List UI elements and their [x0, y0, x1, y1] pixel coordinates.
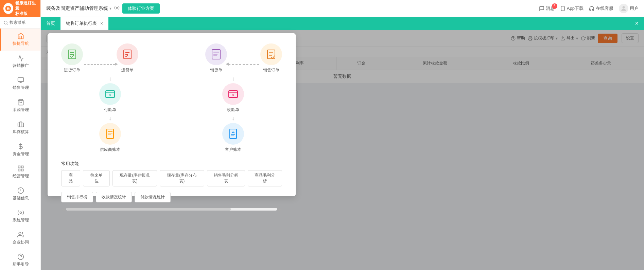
- tab-sales-order-label: 销售订单执行表: [66, 20, 97, 26]
- sidebar: 畅 畅康通好生意 标准版 搜索菜单 快捷导航 营销推广 销售管理 采购管理 库存: [0, 0, 41, 270]
- purchase-order-icon: [66, 48, 78, 60]
- enterprise-icon: [17, 231, 24, 238]
- sales-order-circle: [260, 43, 282, 65]
- func-btn[interactable]: 商品: [61, 170, 80, 186]
- user-area[interactable]: 用户: [619, 4, 639, 13]
- header: 装备及固定资产辅助管理系统 ▾ 体验行业方案 消息 6 App下载 在线客服 用…: [41, 0, 644, 17]
- svg-text:¥: ¥: [232, 94, 234, 97]
- receipt-bill-icon: ¥: [227, 88, 239, 100]
- svg-rect-40: [213, 52, 219, 53]
- purchase-order-circle: [61, 43, 83, 65]
- func-btn[interactable]: 往来单位: [83, 170, 110, 186]
- system-title: 装备及固定资产辅助管理系统: [46, 5, 108, 12]
- flow-node-purchase-bill[interactable]: 进货单: [117, 43, 138, 73]
- flow-node-payment-bill[interactable]: ¥ 付款单: [99, 83, 121, 113]
- message-icon: [539, 6, 544, 11]
- sidebar-item-sales[interactable]: 销售管理: [0, 73, 40, 95]
- flow-node-purchase-order[interactable]: 进货订单: [61, 43, 83, 73]
- svg-point-24: [623, 6, 625, 8]
- func-btn[interactable]: 销售毛利分析表: [207, 170, 245, 186]
- sidebar-item-finance[interactable]: 资金管理: [0, 139, 40, 161]
- operations-icon: [17, 165, 24, 172]
- func-btn[interactable]: 收款情况统计: [96, 192, 132, 202]
- sales-bill-icon: [210, 48, 222, 60]
- modal-overlay[interactable]: 进货订单 ▶: [41, 30, 644, 270]
- flow-row-arrows2: ↓ ↓: [61, 115, 282, 122]
- finance-icon: [17, 143, 24, 150]
- message-badge: 6: [552, 3, 557, 9]
- func-btn[interactable]: 付款情况统计: [135, 192, 171, 202]
- customer-service-btn[interactable]: 在线客服: [589, 5, 613, 12]
- down-arrow-purchase: ↓: [99, 76, 121, 82]
- func-btn[interactable]: 商品毛利分析: [248, 170, 282, 186]
- flow-row-3: 供应商账本 客户账本: [61, 123, 282, 152]
- system-icon: [17, 209, 24, 216]
- flow-node-receipt-bill[interactable]: ¥ 收款单: [222, 83, 244, 113]
- sidebar-search[interactable]: 搜索菜单: [0, 17, 40, 29]
- app-download-label: App下载: [567, 5, 584, 12]
- svg-text:¥: ¥: [109, 94, 111, 97]
- func-btn[interactable]: 现存量(库存分布表): [160, 170, 204, 186]
- sidebar-item-marketing[interactable]: 营销推广: [0, 51, 40, 73]
- flow-modal: 进货订单 ▶: [48, 33, 296, 196]
- system-title-area[interactable]: 装备及固定资产辅助管理系统 ▾: [46, 5, 111, 12]
- message-btn[interactable]: 消息 6: [539, 5, 555, 12]
- svg-point-2: [4, 21, 7, 24]
- purchase-order-label: 进货订单: [64, 67, 80, 73]
- tabbar: 首页 销售订单执行表 × ×: [41, 17, 644, 30]
- scroll-left-btn[interactable]: ◀: [61, 206, 65, 212]
- tabbar-close-all-btn[interactable]: ×: [629, 20, 644, 27]
- sidebar-item-quick-nav[interactable]: 快捷导航: [0, 29, 40, 51]
- header-settings-icon[interactable]: [114, 5, 120, 12]
- sidebar-item-basic-info[interactable]: 基础信息: [0, 183, 40, 205]
- home-icon: [17, 33, 24, 39]
- download-icon: [560, 6, 565, 11]
- tab-home[interactable]: 首页: [41, 17, 60, 30]
- tab-close-btn[interactable]: ×: [100, 21, 103, 26]
- flow-node-sales-bill[interactable]: 销货单: [205, 43, 227, 73]
- sales-order-icon: [265, 48, 277, 60]
- sidebar-item-guide[interactable]: 新手引导: [0, 249, 40, 270]
- sidebar-item-enterprise[interactable]: 企业协同: [0, 227, 40, 249]
- supplier-ledger-label: 供应商账本: [100, 147, 120, 152]
- sidebar-logo: 畅 畅康通好生意 标准版: [0, 0, 40, 17]
- arrow-p-order-to-p-bill: ▶: [83, 64, 117, 73]
- modal-scrollbar-area: ◀ ▶: [61, 206, 282, 212]
- flow-node-supplier-ledger[interactable]: 供应商账本: [99, 123, 121, 152]
- svg-rect-41: [213, 54, 217, 55]
- flow-row-2: ¥ 付款单 ¥ 收款单: [61, 83, 282, 113]
- sidebar-nav: 快捷导航 营销推广 销售管理 采购管理 库存核算 资金管理 经营管理 基础信息: [0, 29, 40, 270]
- app-download-btn[interactable]: App下载: [560, 5, 584, 12]
- tab-sales-order[interactable]: 销售订单执行表 ×: [60, 17, 108, 30]
- payment-bill-circle: ¥: [99, 83, 121, 105]
- func-btn[interactable]: 现存量(库存状况表): [112, 170, 157, 186]
- flow-node-sales-order[interactable]: 销售订单: [260, 43, 282, 73]
- svg-point-61: [232, 131, 234, 133]
- scroll-right-btn[interactable]: ▶: [278, 206, 282, 212]
- svg-rect-13: [18, 169, 20, 171]
- svg-rect-22: [561, 6, 564, 11]
- purchase-bill-circle: [117, 43, 138, 65]
- sidebar-item-marketing-label: 营销推广: [13, 63, 29, 69]
- logo-icon: 畅: [3, 3, 13, 14]
- modal-scrollbar[interactable]: [66, 208, 277, 211]
- sidebar-item-operations[interactable]: 经营管理: [0, 161, 40, 183]
- sidebar-item-operations-label: 经营管理: [13, 173, 29, 179]
- sidebar-item-purchase[interactable]: 采购管理: [0, 95, 40, 117]
- payment-bill-label: 付款单: [104, 107, 116, 113]
- customer-service-label: 在线客服: [596, 5, 613, 12]
- supplier-ledger-circle: [99, 123, 121, 145]
- sidebar-item-inventory[interactable]: 库存核算: [0, 117, 40, 139]
- inventory-icon: [17, 121, 24, 128]
- experience-btn[interactable]: 体验行业方案: [122, 3, 160, 14]
- svg-rect-12: [21, 169, 23, 171]
- flow-node-customer-ledger[interactable]: 客户账本: [222, 123, 244, 152]
- sidebar-item-system[interactable]: 系统管理: [0, 205, 40, 227]
- svg-rect-8: [18, 123, 24, 127]
- basic-info-icon: [17, 187, 24, 194]
- func-btn[interactable]: 销售排行榜: [61, 192, 93, 202]
- guide-icon: [17, 253, 24, 260]
- system-title-chevron: ▾: [109, 6, 111, 11]
- supplier-ledger-icon: [104, 128, 116, 140]
- sidebar-item-basic-info-label: 基础信息: [13, 195, 29, 201]
